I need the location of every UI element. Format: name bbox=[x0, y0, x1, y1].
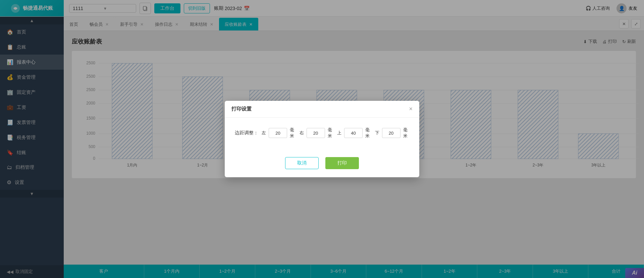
margin-top-group: 上 毫米 bbox=[337, 127, 372, 139]
bottom-input[interactable] bbox=[382, 128, 400, 138]
print-settings-dialog: 打印设置 × 边距调整： 左 毫米 右 毫米 上 毫米 bbox=[225, 101, 419, 177]
margin-left-group: 左 毫米 bbox=[262, 127, 296, 139]
left-input[interactable] bbox=[269, 128, 287, 138]
right-label: 右 bbox=[300, 130, 304, 136]
left-label: 左 bbox=[262, 130, 266, 136]
confirm-print-button[interactable]: 打印 bbox=[325, 157, 359, 169]
right-unit: 毫米 bbox=[328, 127, 334, 139]
cancel-button[interactable]: 取消 bbox=[285, 157, 319, 169]
margin-label: 边距调整： bbox=[235, 130, 258, 136]
dialog-title: 打印设置 bbox=[231, 106, 409, 112]
left-unit: 毫米 bbox=[290, 127, 296, 139]
dialog-body: 边距调整： 左 毫米 右 毫米 上 毫米 下 bbox=[225, 118, 419, 154]
dialog-footer: 取消 打印 bbox=[225, 154, 419, 177]
dialog-header: 打印设置 × bbox=[225, 101, 419, 118]
margin-bottom-group: 下 毫米 bbox=[375, 127, 410, 139]
margin-right-group: 右 毫米 bbox=[300, 127, 334, 139]
top-unit: 毫米 bbox=[365, 127, 372, 139]
dialog-overlay: 打印设置 × 边距调整： 左 毫米 右 毫米 上 毫米 bbox=[0, 0, 644, 278]
right-input[interactable] bbox=[307, 128, 325, 138]
top-input[interactable] bbox=[344, 128, 363, 138]
top-label: 上 bbox=[337, 130, 341, 136]
bottom-unit: 毫米 bbox=[403, 127, 410, 139]
margin-row: 边距调整： 左 毫米 右 毫米 上 毫米 下 bbox=[235, 127, 409, 139]
dialog-close-button[interactable]: × bbox=[409, 106, 413, 113]
bottom-label: 下 bbox=[375, 130, 379, 136]
